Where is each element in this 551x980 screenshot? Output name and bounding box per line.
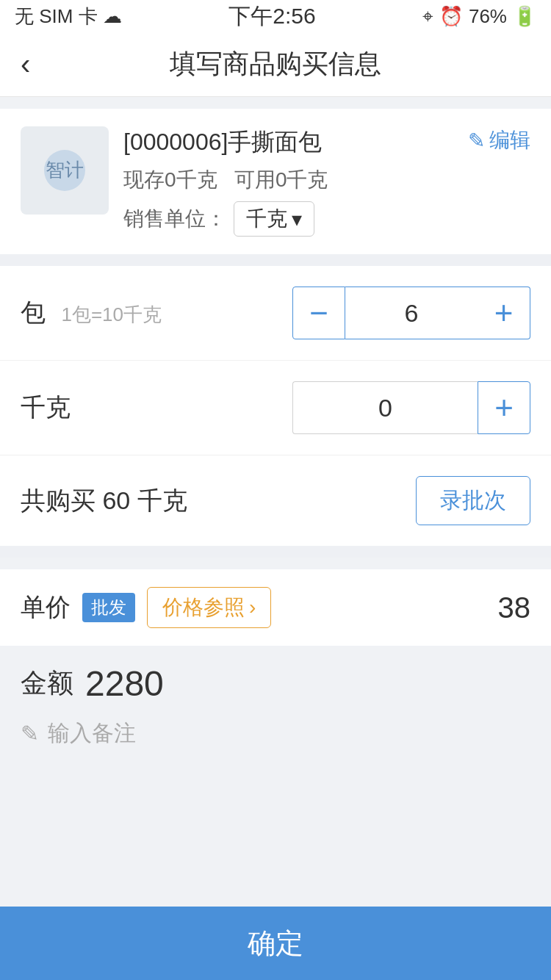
sim-status: 无 SIM 卡 ☁ bbox=[15, 4, 122, 29]
amount-value: 2280 bbox=[85, 663, 164, 704]
price-label: 单价 bbox=[21, 591, 71, 624]
package-plus-button[interactable]: + bbox=[478, 287, 530, 339]
chevron-down-icon: ▾ bbox=[292, 207, 302, 231]
input-section: 包 1包=10千克 − + 千克 + bbox=[0, 266, 551, 455]
status-left: 无 SIM 卡 ☁ bbox=[15, 4, 122, 29]
batch-button[interactable]: 录批次 bbox=[416, 476, 530, 525]
product-card: 智计 [0000006]手撕面包 现存0千克 可用0千克 销售单位： 千克 ▾ … bbox=[0, 109, 551, 254]
battery-level: 76% bbox=[469, 5, 507, 28]
product-unit-row: 销售单位： 千克 ▾ bbox=[123, 201, 453, 237]
alarm-icon: ⏰ bbox=[439, 5, 463, 28]
bottom-spacer bbox=[0, 757, 551, 846]
note-icon: ✎ bbox=[21, 721, 39, 746]
price-ref-button[interactable]: 价格参照 › bbox=[147, 587, 271, 628]
package-row: 包 1包=10千克 − + bbox=[0, 266, 551, 361]
nav-bar: ‹ 填写商品购买信息 bbox=[0, 32, 551, 97]
product-logo-icon: 智计 bbox=[43, 148, 87, 192]
product-name: [0000006]手撕面包 bbox=[123, 126, 453, 159]
product-image: 智计 bbox=[21, 126, 109, 215]
amount-label: 金额 bbox=[21, 666, 73, 702]
edit-icon: ✎ bbox=[468, 129, 485, 153]
kg-input[interactable] bbox=[292, 381, 478, 434]
price-section: 单价 批发 价格参照 › 38 bbox=[0, 569, 551, 646]
kg-plus-button[interactable]: + bbox=[478, 381, 530, 434]
divider-2 bbox=[0, 546, 551, 558]
kg-row: 千克 + bbox=[0, 361, 551, 455]
svg-text:智计: 智计 bbox=[46, 159, 84, 181]
confirm-button[interactable]: 确定 bbox=[0, 907, 551, 980]
note-placeholder: 输入备注 bbox=[48, 718, 136, 749]
amount-row: 金额 2280 bbox=[21, 663, 530, 704]
total-text: 共购买 60 千克 bbox=[21, 484, 187, 518]
total-row: 共购买 60 千克 录批次 bbox=[0, 455, 551, 546]
status-time: 下午2:56 bbox=[228, 1, 315, 32]
divider-1 bbox=[0, 254, 551, 266]
product-info: [0000006]手撕面包 现存0千克 可用0千克 销售单位： 千克 ▾ bbox=[123, 126, 453, 237]
price-value: 38 bbox=[498, 591, 531, 624]
package-label: 包 1包=10千克 bbox=[21, 296, 292, 330]
price-left: 单价 批发 价格参照 › bbox=[21, 587, 271, 628]
note-row[interactable]: ✎ 输入备注 bbox=[21, 718, 530, 749]
package-hint: 1包=10千克 bbox=[61, 303, 162, 325]
edit-button[interactable]: ✎ 编辑 bbox=[468, 126, 530, 154]
status-right: ⌖ ⏰ 76% 🔋 bbox=[422, 5, 536, 28]
total-amount: 60 bbox=[102, 486, 130, 514]
package-input[interactable] bbox=[345, 287, 478, 339]
kg-controls: + bbox=[292, 381, 530, 434]
package-controls: − + bbox=[292, 287, 530, 339]
unit-select[interactable]: 千克 ▾ bbox=[234, 201, 314, 237]
status-bar: 无 SIM 卡 ☁ 下午2:56 ⌖ ⏰ 76% 🔋 bbox=[0, 0, 551, 32]
location-icon: ⌖ bbox=[422, 5, 433, 28]
kg-label: 千克 bbox=[21, 391, 292, 425]
back-button[interactable]: ‹ bbox=[21, 48, 30, 81]
batch-tag: 批发 bbox=[82, 593, 135, 622]
page-title: 填写商品购买信息 bbox=[170, 46, 381, 82]
product-stock: 现存0千克 可用0千克 bbox=[123, 166, 453, 194]
chevron-right-icon: › bbox=[249, 596, 256, 619]
amount-section: 金额 2280 ✎ 输入备注 bbox=[0, 646, 551, 757]
battery-icon: 🔋 bbox=[513, 5, 536, 28]
package-minus-button[interactable]: − bbox=[292, 287, 345, 339]
